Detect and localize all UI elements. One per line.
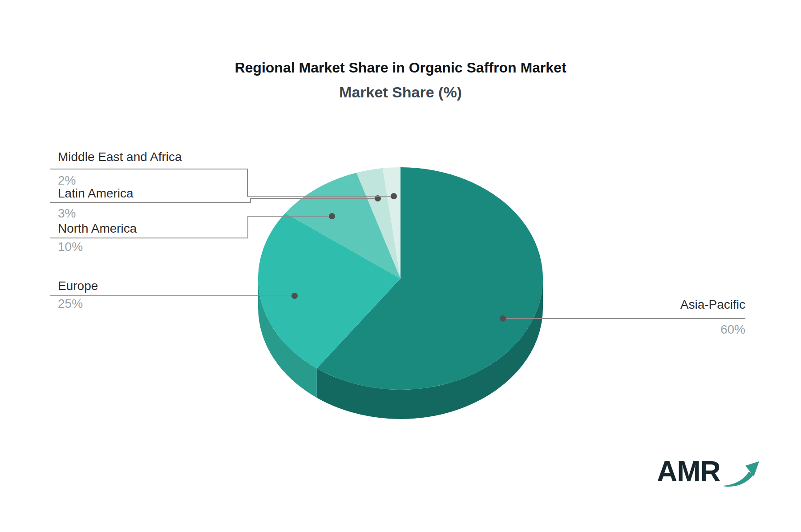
slice-label-europe: Europe (58, 279, 98, 293)
slice-value-latin-america: 3% (58, 206, 76, 221)
pie-chart-svg (0, 0, 801, 532)
callout-dot-asia-pacific (500, 315, 506, 322)
slice-value-asia-pacific: 60% (720, 322, 745, 337)
amr-logo: AMR (657, 457, 763, 493)
arrow-swoosh (723, 472, 753, 487)
callout-dot-middle-east-and-africa (391, 193, 397, 199)
slice-label-north-america: North America (58, 222, 137, 236)
chart-canvas: Regional Market Share in Organic Saffron… (0, 0, 801, 532)
slice-label-middle-east-and-africa: Middle East and Africa (58, 150, 182, 164)
amr-logo-text: AMR (657, 457, 720, 486)
slice-label-asia-pacific: Asia-Pacific (680, 298, 745, 312)
amr-logo-arrow-icon (714, 458, 763, 493)
slice-value-europe: 25% (58, 297, 83, 311)
slice-label-latin-america: Latin America (58, 186, 134, 201)
callout-dot-north-america (329, 213, 335, 219)
slice-value-middle-east-and-africa: 2% (58, 173, 76, 188)
slice-value-north-america: 10% (58, 240, 83, 254)
callout-dot-europe (291, 293, 298, 299)
